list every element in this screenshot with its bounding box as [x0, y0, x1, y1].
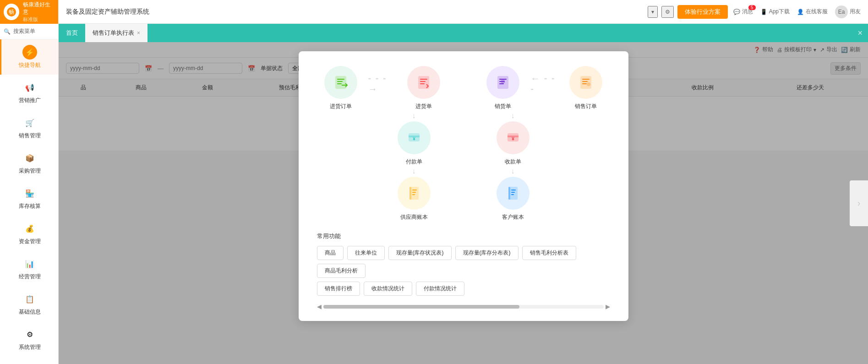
finance-icon: 💰 — [22, 221, 37, 236]
cf-btn-product-margin[interactable]: 商品毛利分析 — [317, 264, 366, 278]
svg-rect-12 — [499, 79, 507, 80]
tab-home[interactable]: 首页 — [59, 24, 85, 42]
sales-order-icon — [569, 66, 602, 99]
svg-rect-31 — [412, 194, 415, 195]
app-download-label: App下载 — [769, 8, 790, 16]
topbar-controls: ▾ ⚙ 体验行业方案 — [648, 5, 728, 19]
svg-rect-18 — [582, 81, 588, 82]
flow-diagram: 进货订单 - - - → — [317, 66, 610, 221]
main-area: 装备及固定资产辅助管理系统 ▾ ⚙ 体验行业方案 💬 消息 5 📱 App下载 … — [59, 0, 868, 364]
cf-buttons: 商品 往来单位 现存量(库存状况表) 现存量(库存分布表) 销售毛利分析表 商品… — [317, 246, 610, 278]
node-sales-bill[interactable]: 销货单 — [479, 66, 527, 110]
supplier-ledger-icon — [398, 177, 431, 210]
basic-info-icon: 📋 — [22, 292, 37, 306]
flow-row-3: 供应商账本 — [317, 177, 610, 221]
tab-close-btn[interactable]: × — [137, 30, 140, 36]
settings-gear-btn[interactable]: ⚙ — [661, 6, 674, 18]
system-label: 系统管理 — [19, 343, 41, 351]
quick-nav-icon: ⚡ — [22, 45, 37, 60]
cf-btn-receipt-stats[interactable]: 收款情况统计 — [364, 282, 412, 296]
cf-btn-sales-rank[interactable]: 销售排行榜 — [317, 282, 360, 296]
down-arrow-2: ↓ — [486, 110, 540, 121]
node-purchase-order[interactable]: 进货订单 — [317, 66, 365, 110]
app-download-btn[interactable]: 📱 App下载 — [760, 8, 790, 16]
dropdown-btn[interactable]: ▾ — [648, 6, 658, 18]
logo-area: 畅 畅康通好生意 标准版 — [0, 0, 58, 24]
common-functions: 常用功能 商品 往来单位 现存量(库存状况表) 现存量(库存分布表) 销售毛利分… — [317, 232, 610, 296]
node-customer-ledger[interactable]: 客户账本 — [486, 177, 540, 221]
overlay[interactable]: 进货订单 - - - → — [59, 42, 868, 364]
cf-btn-inventory-status[interactable]: 现存量(库存状况表) — [388, 246, 452, 260]
sales-order-label: 销售订单 — [575, 103, 597, 110]
cf-btn-partner[interactable]: 往来单位 — [347, 246, 385, 260]
node-receipt-bill[interactable]: ¥ 收款单 — [486, 121, 540, 166]
sidebar-item-finance[interactable]: 💰 资金管理 — [0, 216, 58, 251]
purchase-label: 采购管理 — [19, 167, 41, 175]
experience-btn[interactable]: 体验行业方案 — [677, 5, 728, 19]
scroll-right-arrow[interactable]: ▶ — [606, 303, 610, 310]
svg-rect-3 — [337, 79, 344, 80]
node-supplier-ledger[interactable]: 供应商账本 — [387, 177, 442, 221]
sidebar-item-sales[interactable]: 🛒 销售管理 — [0, 110, 58, 145]
sidebar-item-enterprise[interactable]: 🤝 企业协同 — [0, 357, 58, 364]
sidebar: 畅 畅康通好生意 标准版 🔍 搜索菜单 ⚡ 快捷导航 📢 营销推广 🛒 销售管理 — [0, 0, 59, 364]
sidebar-item-system[interactable]: ⚙ 系统管理 — [0, 321, 58, 357]
svg-rect-34 — [511, 190, 516, 190]
sidebar-item-quick-nav[interactable]: ⚡ 快捷导航 — [0, 39, 58, 75]
quick-nav-label: 快捷导航 — [19, 61, 41, 69]
sidebar-item-marketing[interactable]: 📢 营销推广 — [0, 75, 58, 110]
search-icon: 🔍 — [4, 28, 11, 35]
payment-bill-label: 付款单 — [406, 158, 422, 166]
svg-rect-36 — [511, 194, 514, 195]
sidebar-item-inventory[interactable]: 🏪 库存核算 — [0, 180, 58, 216]
svg-rect-10 — [420, 83, 425, 84]
purchase-bill-icon — [407, 66, 440, 99]
tabs-right: × — [857, 28, 868, 38]
user-name: 用友 — [850, 8, 861, 16]
customer-ledger-label: 客户账本 — [502, 213, 524, 221]
right-decoration: › — [850, 180, 868, 226]
sidebar-nav: ⚡ 快捷导航 📢 营销推广 🛒 销售管理 📦 采购管理 🏪 库存核算 💰 — [0, 39, 58, 364]
close-all-btn[interactable]: × — [857, 28, 863, 38]
cf-btn-payment-stats[interactable]: 付款情况统计 — [416, 282, 464, 296]
search-menu[interactable]: 🔍 搜索菜单 — [0, 24, 58, 39]
svg-text:畅: 畅 — [9, 9, 14, 15]
down-arrow-3: ↓ — [387, 166, 442, 177]
svg-rect-15 — [501, 80, 505, 83]
node-purchase-bill[interactable]: 进货单 — [400, 66, 448, 110]
node-sales-order[interactable]: 销售订单 — [562, 66, 610, 110]
sidebar-item-basic-info[interactable]: 📋 基础信息 — [0, 286, 58, 321]
arrow-h-2: ← - - - — [527, 73, 562, 94]
cf-title: 常用功能 — [317, 232, 610, 240]
download-icon: 📱 — [760, 9, 767, 15]
flow-arrow-row-2: ↓ ↓ — [317, 166, 610, 177]
message-btn[interactable]: 💬 消息 5 — [733, 8, 753, 16]
message-icon: 💬 — [733, 9, 740, 15]
marketing-icon: 📢 — [22, 80, 37, 95]
tab-sales-order[interactable]: 销售订单执行表 × — [85, 24, 147, 42]
online-service-btn[interactable]: 👤 在线客服 — [797, 8, 828, 16]
sales-bill-label: 销货单 — [495, 103, 511, 110]
svg-rect-2 — [335, 76, 346, 89]
payment-bill-icon: ¥ — [398, 121, 431, 154]
node-payment-bill[interactable]: ¥ 付款单 — [387, 121, 442, 166]
receipt-bill-icon: ¥ — [497, 121, 530, 154]
svg-rect-8 — [420, 79, 427, 80]
tab-sales-order-label: 销售订单执行表 — [93, 29, 134, 37]
user-menu[interactable]: Ea 用友 — [835, 5, 861, 18]
arrow-h-1: - - - → — [365, 73, 400, 94]
sidebar-item-operations[interactable]: 📊 经营管理 — [0, 251, 58, 286]
cf-btn-product[interactable]: 商品 — [317, 246, 344, 260]
cf-btn-sales-margin[interactable]: 销售毛利分析表 — [522, 246, 576, 260]
sidebar-item-purchase[interactable]: 📦 采购管理 — [0, 145, 58, 180]
svg-rect-16 — [580, 76, 591, 89]
svg-rect-14 — [499, 83, 504, 84]
scroll-thumb[interactable] — [323, 305, 519, 309]
purchase-order-icon — [324, 66, 357, 99]
basic-info-label: 基础信息 — [19, 308, 41, 316]
purchase-order-label: 进货订单 — [330, 103, 352, 110]
cf-btn-inventory-dist[interactable]: 现存量(库存分布表) — [455, 246, 519, 260]
scroll-left-arrow[interactable]: ◀ — [317, 303, 322, 310]
popup-scroll-area: ◀ ▶ — [317, 303, 610, 310]
svg-point-20 — [587, 82, 590, 86]
